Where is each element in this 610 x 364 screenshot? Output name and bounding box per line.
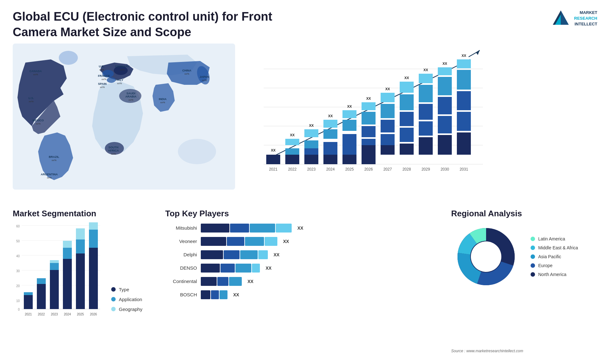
svg-text:SPAIN: SPAIN xyxy=(98,82,107,85)
svg-rect-118 xyxy=(457,70,471,90)
bar-seg-1 xyxy=(201,250,223,259)
svg-marker-125 xyxy=(476,50,480,55)
svg-text:2023: 2023 xyxy=(51,313,58,316)
north-america-label: North America xyxy=(538,272,566,277)
svg-text:2022: 2022 xyxy=(288,167,297,172)
svg-text:2030: 2030 xyxy=(441,167,449,172)
svg-text:50: 50 xyxy=(16,239,20,243)
svg-rect-154 xyxy=(76,253,85,309)
svg-text:XX: XX xyxy=(290,133,295,137)
svg-text:MEXICO: MEXICO xyxy=(32,119,44,122)
svg-rect-55 xyxy=(285,139,299,145)
svg-rect-100 xyxy=(400,144,414,155)
svg-rect-69 xyxy=(323,148,337,155)
svg-rect-57 xyxy=(285,155,299,164)
svg-rect-96 xyxy=(400,82,414,93)
svg-rect-106 xyxy=(419,121,433,136)
bar-seg-4 xyxy=(265,237,277,246)
svg-text:2026: 2026 xyxy=(364,167,373,172)
regional-legend: Latin America Middle East & Africa Asia … xyxy=(531,236,578,277)
svg-rect-61 xyxy=(304,140,318,148)
bar-seg-3 xyxy=(250,224,275,233)
svg-rect-158 xyxy=(89,248,98,309)
svg-text:2025: 2025 xyxy=(77,313,84,316)
seg-legend-geography: Geography xyxy=(111,307,142,312)
legend-middle-east: Middle East & Africa xyxy=(531,245,578,250)
player-row-continental: Continental XX xyxy=(165,277,445,286)
player-name: Continental xyxy=(165,279,197,284)
svg-rect-68 xyxy=(323,142,337,148)
segmentation-chart: 60 50 40 30 20 10 0 xyxy=(13,222,102,320)
svg-text:FRANCE: FRANCE xyxy=(98,74,110,78)
legend-north-america: North America xyxy=(531,272,578,277)
svg-rect-73 xyxy=(342,110,356,118)
player-name: DENSO xyxy=(165,265,197,271)
svg-text:xx%: xx% xyxy=(47,176,51,179)
svg-rect-105 xyxy=(419,104,433,120)
middle-east-dot xyxy=(531,246,535,250)
svg-rect-93 xyxy=(381,145,395,155)
svg-rect-146 xyxy=(50,270,59,309)
bar-seg-1 xyxy=(201,264,220,273)
svg-rect-110 xyxy=(438,67,452,75)
svg-text:xx%: xx% xyxy=(51,159,56,162)
svg-text:U.S.: U.S. xyxy=(28,97,34,100)
player-value: XX xyxy=(283,239,289,244)
bar-seg-2 xyxy=(227,237,244,246)
bar-seg-4 xyxy=(258,250,268,259)
player-row-delphi: Delphi XX xyxy=(165,250,445,259)
svg-rect-147 xyxy=(50,263,59,270)
regional-section: Regional Analysis xyxy=(445,209,597,364)
svg-text:XX: XX xyxy=(328,114,333,118)
svg-point-7 xyxy=(107,77,116,83)
svg-text:xx%: xx% xyxy=(128,98,133,101)
svg-rect-112 xyxy=(438,97,452,114)
bar-seg-4 xyxy=(252,264,260,273)
player-value: XX xyxy=(233,292,239,297)
key-players-section: Top Key Players Mitsubishi XX Veoneer XX xyxy=(146,209,445,364)
player-bars xyxy=(201,250,268,259)
svg-text:AFRICA: AFRICA xyxy=(108,149,119,152)
legend-latin-america: Latin America xyxy=(531,236,578,241)
svg-rect-119 xyxy=(457,91,471,110)
svg-text:ARABIA: ARABIA xyxy=(125,95,137,98)
bar-seg-1 xyxy=(201,237,226,246)
svg-text:xx%: xx% xyxy=(202,79,207,82)
svg-text:GERMANY: GERMANY xyxy=(115,65,130,68)
svg-rect-155 xyxy=(76,239,85,253)
svg-text:xx%: xx% xyxy=(184,72,189,75)
middle-east-label: Middle East & Africa xyxy=(538,245,578,250)
europe-label: Europe xyxy=(538,263,552,268)
seg-chart-wrapper: 60 50 40 30 20 10 0 xyxy=(13,222,146,321)
svg-rect-84 xyxy=(362,139,376,145)
svg-text:XX: XX xyxy=(309,124,314,127)
bar-chart-section: XX 2021 XX 2022 XX 2023 XX 2024 xyxy=(235,44,597,196)
svg-text:XX: XX xyxy=(404,76,409,80)
svg-rect-160 xyxy=(89,222,98,230)
bar-seg-2 xyxy=(217,277,228,286)
bar-seg-3 xyxy=(229,277,242,286)
svg-rect-89 xyxy=(381,93,395,102)
svg-rect-90 xyxy=(381,104,395,118)
svg-text:XX: XX xyxy=(366,97,371,100)
svg-rect-77 xyxy=(342,148,356,155)
svg-rect-107 xyxy=(419,137,433,155)
bar-seg-2 xyxy=(220,264,235,273)
svg-text:60: 60 xyxy=(16,225,20,228)
seg-legend-geography-label: Geography xyxy=(119,307,142,312)
key-players-title: Top Key Players xyxy=(165,209,445,219)
svg-point-11 xyxy=(178,139,216,164)
bar-seg-2 xyxy=(224,250,240,259)
bar-seg-3 xyxy=(235,264,251,273)
svg-rect-92 xyxy=(381,134,395,145)
svg-rect-113 xyxy=(438,116,452,133)
player-bars xyxy=(201,237,277,246)
svg-rect-117 xyxy=(457,59,471,68)
svg-text:2021: 2021 xyxy=(269,167,278,172)
svg-rect-74 xyxy=(342,120,356,131)
map-section: CANADA xx% U.S. xx% MEXICO xx% BRAZIL xx… xyxy=(13,44,235,196)
svg-rect-78 xyxy=(342,155,356,164)
svg-text:xx%: xx% xyxy=(36,122,40,125)
logo: MARKET RESEARCH INTELLECT xyxy=(551,9,597,28)
svg-text:SOUTH: SOUTH xyxy=(108,146,119,149)
